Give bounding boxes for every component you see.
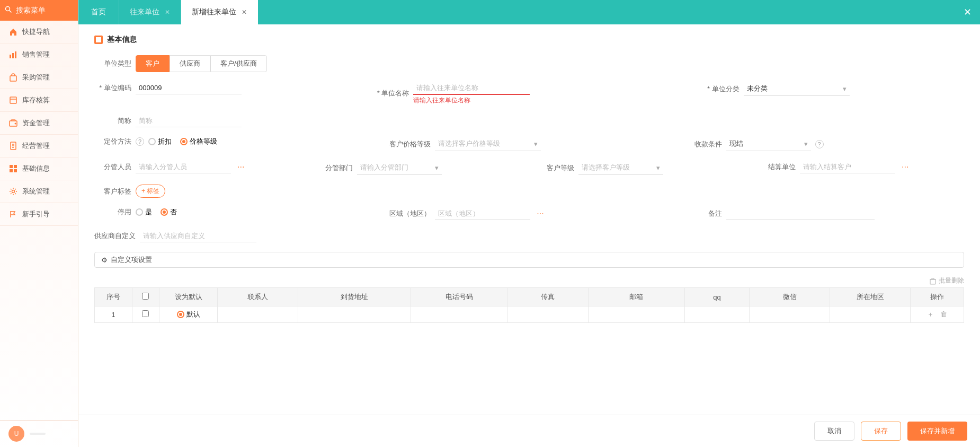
settlement-unit-input[interactable] <box>800 161 895 173</box>
disabled-no-radio[interactable] <box>161 208 168 216</box>
row-email-input[interactable] <box>610 311 663 319</box>
disabled-label: 停用 <box>94 207 131 217</box>
row-delete-icon[interactable]: 🗑 <box>940 310 947 318</box>
unit-type-customer-btn[interactable]: 客户 <box>136 55 170 72</box>
manager-more-icon[interactable]: ··· <box>235 162 246 172</box>
basic-info-section: 基本信息 <box>94 35 964 45</box>
row-seq: 1 <box>95 306 132 323</box>
sidebar-item-guide[interactable]: 新手引导 <box>0 203 78 226</box>
pricing-help-icon[interactable]: ? <box>136 137 144 146</box>
tab-home[interactable]: 首页 <box>78 0 119 24</box>
sidebar-item-label: 系统管理 <box>22 187 50 196</box>
payment-terms-select[interactable]: 现结 ▾ <box>726 137 811 151</box>
pricing-grade-option[interactable]: 价格等级 <box>180 137 217 146</box>
section-icon <box>94 36 103 44</box>
disabled-no-option[interactable]: 否 <box>161 207 177 217</box>
unit-category-label: * 单位分类 <box>702 84 740 94</box>
row-add-icon[interactable]: ＋ <box>927 310 934 318</box>
row-wechat-input[interactable] <box>769 311 811 319</box>
custom-settings-button[interactable]: ⚙ 自定义项设置 <box>94 252 964 268</box>
pricing-method-item: 定价方法 ? 折扣 价格等级 <box>94 137 373 146</box>
disabled-yes-option[interactable]: 是 <box>136 207 152 217</box>
unit-category-select[interactable]: 未分类 ▾ <box>744 82 850 96</box>
search-menu[interactable]: 搜索菜单 <box>0 0 78 21</box>
sidebar-item-purchase[interactable]: 采购管理 <box>0 66 78 89</box>
unit-code-item: * 单位编码 <box>94 82 356 94</box>
row-phone <box>411 306 507 323</box>
row-fax-input[interactable] <box>527 311 569 319</box>
gear-small-icon: ⚙ <box>101 256 108 264</box>
sidebar-item-system[interactable]: 系统管理 <box>0 180 78 203</box>
short-name-row: 简称 <box>94 115 964 127</box>
tab-trading-units-label: 往来单位 <box>130 7 159 17</box>
region-more-icon[interactable]: ··· <box>534 209 546 218</box>
close-trading-units-icon[interactable]: ✕ <box>165 8 170 16</box>
unit-name-input[interactable] <box>413 82 530 95</box>
save-button[interactable]: 保存 <box>861 422 901 441</box>
tag-add-button[interactable]: + 标签 <box>136 185 165 198</box>
pricing-discount-radio[interactable] <box>148 138 156 145</box>
short-name-label: 简称 <box>94 116 131 126</box>
row-delivery-input[interactable] <box>323 311 386 319</box>
row-contact-input[interactable] <box>237 311 279 319</box>
customer-price-grade-placeholder: 请选择客户价格等级 <box>438 139 532 148</box>
settlement-unit-item: 结算单位 ··· <box>759 161 964 173</box>
sidebar-item-basic-info[interactable]: 基础信息 <box>0 157 78 180</box>
payment-terms-help-icon[interactable]: ? <box>815 140 824 148</box>
settlement-unit-more-icon[interactable]: ··· <box>899 162 911 172</box>
tab-new-trading-unit[interactable]: 新增往来单位 ✕ <box>181 0 258 24</box>
unit-code-input[interactable] <box>136 82 242 94</box>
row-delivery <box>298 306 411 323</box>
cancel-button[interactable]: 取消 <box>814 422 854 441</box>
unit-type-row: 单位类型 客户 供应商 客户/供应商 <box>94 55 964 72</box>
sidebar-item-inventory[interactable]: 库存核算 <box>0 89 78 112</box>
close-new-trading-unit-icon[interactable]: ✕ <box>242 8 247 16</box>
select-all-checkbox[interactable] <box>142 293 149 300</box>
svg-point-9 <box>15 123 16 125</box>
row-default-radio-item[interactable]: 默认 <box>165 310 212 319</box>
pricing-method-label: 定价方法 <box>94 137 131 146</box>
svg-rect-3 <box>12 53 14 58</box>
col-seq: 序号 <box>95 288 132 306</box>
row-checkbox[interactable] <box>142 310 149 317</box>
disabled-item: 停用 是 否 <box>94 207 373 217</box>
sidebar-item-finance[interactable]: 资金管理 <box>0 112 78 135</box>
sidebar-bottom: U <box>0 420 78 447</box>
svg-rect-20 <box>96 37 101 42</box>
col-qq: qq <box>684 288 749 306</box>
tag-add-label: + 标签 <box>141 187 159 196</box>
save-and-new-button[interactable]: 保存并新增 <box>907 422 967 441</box>
pricing-grade-radio[interactable] <box>180 138 188 145</box>
region-input[interactable] <box>435 207 530 220</box>
manager-input[interactable] <box>136 161 231 173</box>
sidebar-item-label: 销售管理 <box>22 50 50 59</box>
row-location-input[interactable] <box>849 311 892 319</box>
department-select[interactable]: 请输入分管部门 ▾ <box>357 161 442 175</box>
unit-type-both-btn[interactable]: 客户/供应商 <box>210 55 267 72</box>
tab-trading-units[interactable]: 往来单位 ✕ <box>119 0 181 24</box>
sidebar-item-operations[interactable]: 经营管理 <box>0 135 78 157</box>
col-checkbox <box>132 288 159 306</box>
supplier-custom-input[interactable] <box>140 230 256 242</box>
window-close-icon[interactable]: ✕ <box>955 6 980 18</box>
customer-level-item: 客户等级 请选择客户等级 ▾ <box>537 161 743 175</box>
unit-type-supplier-btn[interactable]: 供应商 <box>170 55 210 72</box>
batch-delete-label[interactable]: 批量删除 <box>939 276 964 285</box>
row-phone-input[interactable] <box>433 311 486 319</box>
tab-new-trading-unit-label: 新增往来单位 <box>192 7 236 17</box>
remark-input[interactable] <box>726 207 875 220</box>
short-name-input[interactable] <box>136 115 242 127</box>
contact-table: 序号 设为默认 联系人 到货地址 电话号码 传真 邮箱 qq 微信 所在地区 操… <box>94 287 964 323</box>
row-qq-input[interactable] <box>701 311 733 319</box>
disabled-yes-radio[interactable] <box>136 208 143 216</box>
col-contact: 联系人 <box>218 288 298 306</box>
row-default-cell: 默认 <box>159 306 218 323</box>
action-bar: 取消 保存 保存并新增 <box>78 415 980 447</box>
customer-level-select[interactable]: 请选择客户等级 ▾ <box>578 161 663 175</box>
sidebar-item-sales[interactable]: 销售管理 <box>0 43 78 66</box>
row-default-radio[interactable] <box>177 311 184 318</box>
customer-price-grade-select[interactable]: 请选择客户价格等级 ▾ <box>435 137 541 151</box>
pricing-discount-option[interactable]: 折扣 <box>148 137 172 146</box>
sidebar-item-quick-nav[interactable]: 快捷导航 <box>0 21 78 43</box>
tab-bar: 首页 往来单位 ✕ 新增往来单位 ✕ ✕ <box>78 0 980 24</box>
